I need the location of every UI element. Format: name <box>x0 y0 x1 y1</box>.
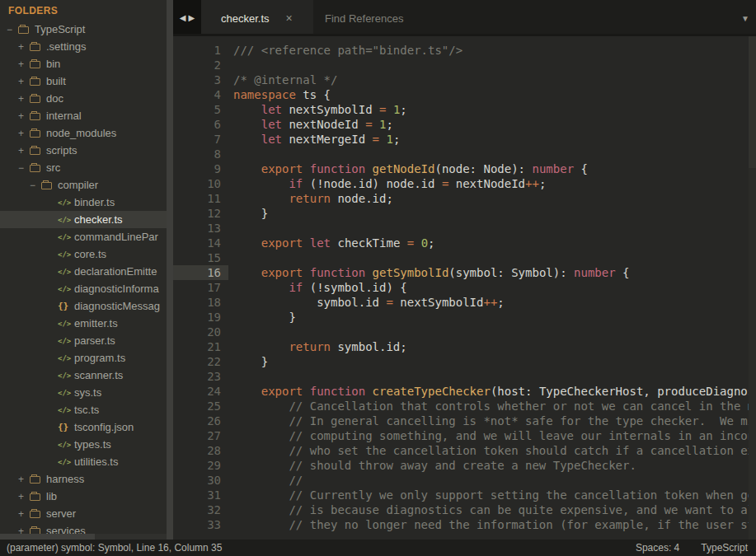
token-pln <box>233 192 289 205</box>
token-pln <box>233 459 289 472</box>
json-file-icon: {} <box>58 422 71 432</box>
expand-icon[interactable]: + <box>18 474 30 485</box>
code-text: // should throw away and create a new Ty… <box>233 458 756 473</box>
expand-icon[interactable]: + <box>18 41 30 53</box>
tree-item-core-ts[interactable]: </>core.ts <box>0 245 167 263</box>
token-kw1: export <box>261 385 303 398</box>
tree-item-checker-ts[interactable]: </>checker.ts <box>0 211 167 228</box>
collapse-icon[interactable]: − <box>18 162 30 174</box>
code-text: export function createTypeChecker(host: … <box>233 384 756 399</box>
expand-icon[interactable]: + <box>18 93 30 105</box>
expand-icon[interactable]: + <box>18 508 30 520</box>
code-text: // In general cancelling is *not* safe f… <box>233 413 756 428</box>
close-icon[interactable]: × <box>286 12 293 24</box>
tree-item-tsconfig-json[interactable]: {}tsconfig.json <box>0 418 167 436</box>
tree-item-node-modules[interactable]: +node_modules <box>0 124 167 142</box>
expand-icon[interactable]: + <box>18 76 30 87</box>
expand-icon[interactable]: + <box>18 58 30 70</box>
line-number: 3 <box>173 72 228 87</box>
tree-item-internal[interactable]: +internal <box>0 107 167 124</box>
tree-item-label: emitter.ts <box>74 317 118 329</box>
token-pln <box>233 103 261 116</box>
editor-vertical-scrollbar-thumb[interactable] <box>749 36 756 168</box>
tree-item-scripts[interactable]: +scripts <box>0 142 167 159</box>
tree-item-declarationemitte[interactable]: </>declarationEmitte <box>0 263 167 280</box>
tree-item-bin[interactable]: +bin <box>0 55 167 72</box>
collapse-icon[interactable]: − <box>7 24 18 35</box>
expand-icon[interactable]: + <box>18 110 30 122</box>
tree-item-label: lib <box>46 490 57 502</box>
code-line: 11 return node.id; <box>173 191 756 206</box>
sidebar-vertical-scrollbar[interactable] <box>167 0 173 540</box>
tree-item-types-ts[interactable]: </>types.ts <box>0 436 167 453</box>
code-line: 27 // computing something, and we will l… <box>173 428 756 443</box>
tree-item-diagnosticinforma[interactable]: </>diagnosticInforma <box>0 280 167 297</box>
tree-item-scanner-ts[interactable]: </>scanner.ts <box>0 367 167 384</box>
expand-icon[interactable]: + <box>18 491 30 502</box>
token-pln <box>233 399 289 413</box>
code-line: 2 <box>173 58 756 72</box>
nav-back-button[interactable]: ◀ <box>180 14 186 22</box>
tree-item-program-ts[interactable]: </>program.ts <box>0 349 167 367</box>
tree-item-server[interactable]: +server <box>0 505 167 522</box>
token-pln: { <box>574 162 588 175</box>
tab-checker-ts[interactable]: checker.ts × <box>201 0 313 36</box>
tree-item-emitter-ts[interactable]: </>emitter.ts <box>0 315 167 332</box>
tab-label: Find References <box>325 12 403 25</box>
sidebar-vertical-scrollbar-thumb[interactable] <box>167 0 173 540</box>
code-text <box>233 147 756 161</box>
code-text: } <box>233 206 756 221</box>
tree-item-settings[interactable]: +.settings <box>0 38 167 55</box>
token-com: // computing something, and we will leav… <box>289 429 754 442</box>
tree-item-parser-ts[interactable]: </>parser.ts <box>0 332 167 349</box>
nav-forward-button[interactable]: ▶ <box>189 14 195 22</box>
token-pln <box>233 177 289 190</box>
tree-item-doc[interactable]: +doc <box>0 90 167 107</box>
tree-item-label: core.ts <box>74 248 106 260</box>
line-number: 21 <box>173 339 228 354</box>
collapse-icon[interactable]: − <box>30 180 41 191</box>
tree-item-label: built <box>46 75 66 87</box>
token-kw2: let <box>261 103 282 116</box>
code-text <box>233 221 756 236</box>
expand-icon[interactable]: + <box>18 128 30 139</box>
token-kw1: export <box>261 266 303 279</box>
tree-item-commandlinepar[interactable]: </>commandLinePar <box>0 228 167 245</box>
tree-item-utilities-ts[interactable]: </>utilities.ts <box>0 453 167 470</box>
token-fn: getSymbolId <box>373 266 449 279</box>
tree-item-label: diagnosticMessag <box>74 300 160 312</box>
sidebar[interactable]: FOLDERS −TypeScript+.settings+bin+built+… <box>0 0 167 540</box>
tree-item-tsc-ts[interactable]: </>tsc.ts <box>0 401 167 418</box>
tree-item-harness[interactable]: +harness <box>0 470 167 488</box>
code-editor[interactable]: 1/// <reference path="binder.ts"/>23/* @… <box>173 36 756 540</box>
typescript-file-icon: </> <box>58 285 71 293</box>
editor-vertical-scrollbar[interactable] <box>749 36 756 540</box>
code-line: 31 // Currently we only support setting … <box>173 488 756 502</box>
tab-overflow-button[interactable]: ▼ <box>741 0 749 36</box>
sidebar-horizontal-scrollbar[interactable] <box>0 534 167 540</box>
tree-item-sys-ts[interactable]: </>sys.ts <box>0 384 167 401</box>
code-text: // is because diagnostics can be quite e… <box>233 502 756 517</box>
tree-item-lib[interactable]: +lib <box>0 488 167 505</box>
tree-item-typescript[interactable]: −TypeScript <box>0 21 167 38</box>
expand-icon[interactable]: + <box>18 145 30 157</box>
tree-item-diagnosticmessag[interactable]: {}diagnosticMessag <box>0 297 167 315</box>
tree-item-compiler[interactable]: −compiler <box>0 176 167 194</box>
token-pln <box>303 236 309 250</box>
tree-item-src[interactable]: −src <box>0 159 167 176</box>
token-com: /* @internal */ <box>233 73 337 86</box>
tab-find-references[interactable]: Find References <box>313 0 433 36</box>
tree-item-binder-ts[interactable]: </>binder.ts <box>0 194 167 211</box>
tree-item-built[interactable]: +built <box>0 72 167 90</box>
tree-item-label: .settings <box>46 40 86 53</box>
sidebar-horizontal-scrollbar-thumb[interactable] <box>0 534 95 540</box>
line-number: 9 <box>173 161 228 176</box>
line-number: 5 <box>173 102 228 117</box>
token-pln <box>365 266 372 279</box>
indent-status[interactable]: Spaces: 4 <box>636 542 679 554</box>
tree-item-label: bin <box>46 58 60 70</box>
line-number: 32 <box>173 502 228 517</box>
line-number: 31 <box>173 488 228 502</box>
syntax-status[interactable]: TypeScript <box>701 542 748 554</box>
code-line: 14 export let checkTime = 0; <box>173 236 756 250</box>
